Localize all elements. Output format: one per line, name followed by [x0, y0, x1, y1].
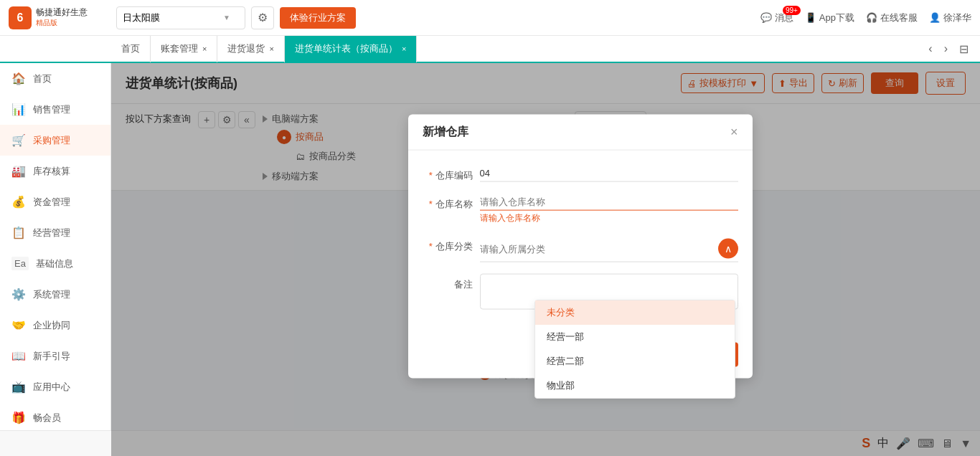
category-label: 仓库分类 — [423, 236, 473, 253]
sidebar-label-inventory: 库存核算 — [33, 165, 70, 178]
dropdown-option-1[interactable]: 经营一部 — [535, 325, 735, 349]
sidebar-label-purchase: 采购管理 — [33, 134, 70, 147]
sidebar-label-guide: 新手引导 — [33, 350, 70, 363]
finance-icon: 💰 — [11, 195, 26, 209]
search-area[interactable]: ▼ — [116, 6, 245, 29]
dropdown-option-0[interactable]: 未分类 — [535, 300, 735, 325]
note-label: 备注 — [423, 274, 473, 291]
sales-icon: 📊 — [11, 103, 26, 116]
sidebar-label-sales: 销售管理 — [33, 103, 70, 116]
logo-icon: 6 — [9, 6, 32, 29]
tab-accounts-label: 账套管理 — [161, 42, 198, 55]
category-toggle-button[interactable]: ∧ — [718, 239, 738, 259]
sidebar-item-management[interactable]: 📋 经营管理 — [0, 217, 110, 248]
sidebar-label-apps: 应用中心 — [33, 381, 70, 394]
sidebar-label-system: 系统管理 — [33, 288, 70, 301]
category-input-wrap: ∧ — [480, 236, 738, 262]
logo-title: 畅捷通好生意 — [36, 7, 88, 19]
trial-button[interactable]: 体验行业方案 — [280, 7, 356, 29]
form-row-category: 仓库分类 ∧ — [423, 236, 738, 262]
main-layout: 🏠 首页 📊 销售管理 🛒 采购管理 🏭 库存核算 💰 资金管理 📋 经营管理 … — [0, 63, 980, 456]
sidebar-item-inventory[interactable]: 🏭 库存核算 — [0, 156, 110, 186]
gear-button[interactable]: ⚙ — [251, 6, 274, 29]
tab-prev-button[interactable]: ‹ — [925, 41, 935, 57]
tab-purchase-stats-label: 进货单统计表（按商品） — [295, 42, 397, 55]
code-label: 仓库编码 — [423, 165, 473, 182]
sidebar-item-apps[interactable]: 📺 应用中心 — [0, 371, 110, 402]
tab-accounts[interactable]: 账套管理 × — [151, 35, 217, 62]
sidebar-item-enterprise[interactable]: 🤝 企业协同 — [0, 310, 110, 341]
category-dropdown: 未分类 经营一部 经营二部 物业部 — [534, 300, 735, 399]
sidebar-label-basic-info: 基础信息 — [36, 257, 73, 270]
tab-next-button[interactable]: › — [941, 41, 951, 57]
tab-purchase-return-close[interactable]: × — [269, 44, 273, 53]
dropdown-option-3[interactable]: 物业部 — [535, 374, 735, 398]
tab-home-label: 首页 — [121, 42, 140, 55]
code-input[interactable] — [480, 165, 738, 182]
tab-close-all-button[interactable]: ⊟ — [956, 41, 971, 57]
tab-home[interactable]: 首页 — [111, 35, 151, 62]
inventory-icon: 🏭 — [11, 164, 26, 178]
home-icon: 🏠 — [11, 72, 26, 85]
notification-badge: 99+ — [783, 6, 801, 15]
headset-icon: 🎧 — [866, 12, 877, 23]
dialog-header: 新增仓库 × — [408, 115, 753, 151]
tab-accounts-close[interactable]: × — [202, 44, 207, 53]
sidebar-label-finance: 资金管理 — [33, 196, 70, 209]
category-input[interactable] — [480, 243, 718, 254]
top-bar: 6 畅捷通好生意 精品版 ▼ ⚙ 体验行业方案 💬 消息 99+ 📱 App下载… — [0, 0, 980, 36]
dropdown-option-2[interactable]: 经营二部 — [535, 349, 735, 374]
form-row-code: 仓库编码 — [423, 165, 738, 182]
apps-icon: 📺 — [11, 380, 26, 394]
logo-sub: 精品版 — [36, 18, 88, 28]
form-row-name: 仓库名称 请输入仓库名称 — [423, 194, 738, 224]
tab-purchase-return-label: 进货退货 — [227, 42, 265, 55]
basic-info-icon: Ea — [11, 257, 29, 270]
tab-purchase-stats-close[interactable]: × — [402, 44, 406, 53]
guide-icon: 📖 — [11, 349, 26, 363]
sidebar-item-home[interactable]: 🏠 首页 — [0, 63, 110, 94]
sidebar-item-basic-info[interactable]: Ea 基础信息 — [0, 248, 110, 279]
user-icon: 👤 — [929, 12, 941, 23]
name-error-msg: 请输入仓库名称 — [480, 212, 738, 224]
sidebar-label-home: 首页 — [33, 72, 52, 85]
sidebar-item-member[interactable]: 🎁 畅会员 — [0, 402, 110, 433]
user-profile[interactable]: 👤 徐泽华 — [929, 11, 971, 24]
sidebar-label-member: 畅会员 — [33, 412, 61, 424]
top-actions: 💬 消息 99+ 📱 App下载 🎧 在线客服 👤 徐泽华 — [760, 11, 971, 24]
dialog-title: 新增仓库 — [423, 125, 468, 140]
purchase-icon: 🛒 — [11, 133, 26, 147]
notification-button[interactable]: 💬 消息 99+ — [760, 11, 793, 24]
sidebar-item-purchase[interactable]: 🛒 采购管理 — [0, 125, 110, 156]
sidebar-item-sales[interactable]: 📊 销售管理 — [0, 94, 110, 125]
sidebar-item-guide[interactable]: 📖 新手引导 — [0, 341, 110, 371]
tab-controls: ‹ › ⊟ — [925, 41, 980, 57]
tab-bar: 首页 账套管理 × 进货退货 × 进货单统计表（按商品） × ‹ › ⊟ — [0, 36, 980, 63]
user-name: 徐泽华 — [943, 11, 971, 24]
content-area: 进货单统计(按商品) 🖨 按模板打印 ▼ ⬆ 导出 ↻ 刷新 查询 设置 — [111, 63, 980, 456]
dialog-close-button[interactable]: × — [730, 125, 738, 140]
chevron-down-icon: ▼ — [223, 14, 230, 22]
system-icon: ⚙️ — [11, 288, 26, 301]
logo-area: 6 畅捷通好生意 精品版 — [9, 6, 116, 29]
sidebar-label-enterprise: 企业协同 — [33, 319, 70, 332]
member-icon: 🎁 — [11, 411, 26, 424]
phone-icon: 📱 — [805, 12, 816, 23]
sidebar-item-system[interactable]: ⚙️ 系统管理 — [0, 279, 110, 310]
management-icon: 📋 — [11, 226, 26, 239]
message-icon: 💬 — [760, 12, 772, 23]
app-download-button[interactable]: 📱 App下载 — [805, 11, 854, 24]
sidebar-label-management: 经营管理 — [33, 227, 70, 239]
name-label: 仓库名称 — [423, 194, 473, 211]
tab-purchase-stats[interactable]: 进货单统计表（按商品） × — [285, 35, 417, 62]
online-service-button[interactable]: 🎧 在线客服 — [866, 11, 918, 24]
sidebar-item-finance[interactable]: 💰 资金管理 — [0, 186, 110, 217]
search-input[interactable] — [123, 12, 223, 23]
name-input[interactable] — [480, 194, 738, 211]
enterprise-icon: 🤝 — [11, 318, 26, 332]
tab-purchase-return[interactable]: 进货退货 × — [217, 35, 284, 62]
sidebar: 🏠 首页 📊 销售管理 🛒 采购管理 🏭 库存核算 💰 资金管理 📋 经营管理 … — [0, 63, 111, 456]
